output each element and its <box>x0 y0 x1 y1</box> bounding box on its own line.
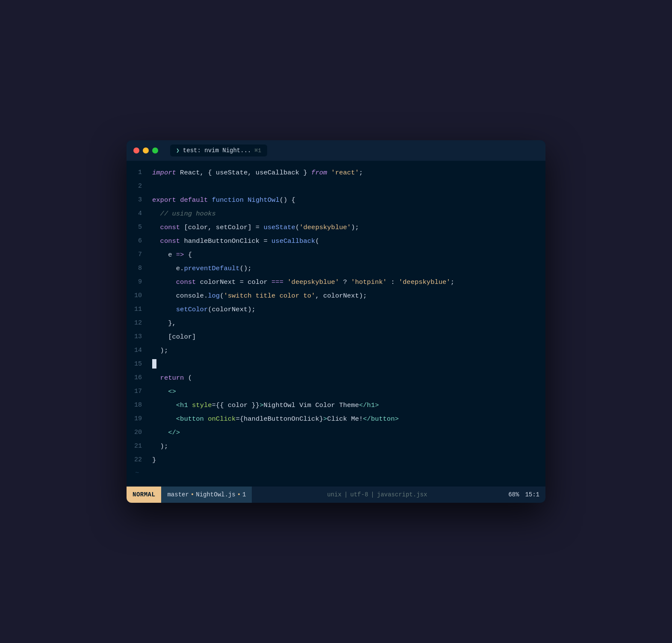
minimize-button[interactable] <box>143 147 149 153</box>
code-line-4: 4 // using hooks <box>127 207 545 221</box>
status-percent: 68% <box>508 491 519 498</box>
titlebar: ❯ test: nvim Night... ⌘1 <box>127 140 545 161</box>
line-content-19: <button onClick={handleButtonOnClick}>Cl… <box>149 412 545 426</box>
line-content-21: ); <box>149 439 545 453</box>
branch-name: master <box>167 491 189 498</box>
line-content-8: e.preventDefault(); <box>149 262 545 275</box>
code-line-14: 14 ); <box>127 344 545 357</box>
status-center: unix | utf-8 | javascript.jsx <box>252 491 502 498</box>
line-content-5: const [color, setColor] = useState('deep… <box>149 221 545 234</box>
line-number-5: 5 <box>127 221 149 234</box>
code-line-17: 17 <> <box>127 385 545 398</box>
line-content-17: <> <box>149 385 545 398</box>
status-filetype: javascript.jsx <box>377 491 427 498</box>
code-line-15: 15 <box>127 357 545 371</box>
code-line-13: 13 [color] <box>127 330 545 344</box>
line-number-2: 2 <box>127 180 149 193</box>
code-line-18: 18 <h1 style={{ color }}>NightOwl Vim Co… <box>127 398 545 412</box>
statusbar: NORMAL master • NightOwl.js • 1 unix | u… <box>127 487 545 503</box>
status-dot1: • <box>191 491 194 498</box>
line-content-11: setColor(colorNext); <box>149 303 545 316</box>
line-number-11: 11 <box>127 303 149 316</box>
terminal-icon: ❯ <box>176 147 180 154</box>
line-number-12: 12 <box>127 316 149 330</box>
line-content-13: [color] <box>149 330 545 344</box>
code-line-12: 12 }, <box>127 316 545 330</box>
code-line-2: 2 <box>127 180 545 193</box>
line-number-21: 21 <box>127 439 149 453</box>
cursor <box>152 359 156 369</box>
line-number-14: 14 <box>127 344 149 357</box>
tilde-area: ~ <box>127 467 545 481</box>
status-dot2: • <box>237 491 241 498</box>
line-number-6: 6 <box>127 234 149 248</box>
line-content-6: const handleButtonOnClick = useCallback( <box>149 234 545 248</box>
status-filename: NightOwl.js <box>196 491 235 498</box>
line-number-18: 18 <box>127 398 149 412</box>
tilde-1: ~ <box>135 467 545 480</box>
code-line-19: 19 <button onClick={handleButtonOnClick}… <box>127 412 545 426</box>
code-line-3: 3 export default function NightOwl() { <box>127 193 545 207</box>
code-line-21: 21 ); <box>127 439 545 453</box>
line-number-19: 19 <box>127 412 149 426</box>
code-line-7: 7 e => { <box>127 248 545 262</box>
status-bufnum: 1 <box>242 491 246 498</box>
line-number-4: 4 <box>127 207 149 221</box>
code-line-6: 6 const handleButtonOnClick = useCallbac… <box>127 234 545 248</box>
line-content-4: // using hooks <box>149 207 545 221</box>
line-number-20: 20 <box>127 426 149 439</box>
line-number-7: 7 <box>127 248 149 262</box>
status-right: 68% 15:1 <box>502 487 545 503</box>
line-number-1: 1 <box>127 166 149 180</box>
code-line-16: 16 return ( <box>127 371 545 385</box>
line-content-1: import React, { useState, useCallback } … <box>149 166 545 180</box>
line-number-3: 3 <box>127 193 149 207</box>
code-line-9: 9 const colorNext = color === 'deepskybl… <box>127 275 545 289</box>
status-fileformat: unix <box>327 491 342 498</box>
line-number-9: 9 <box>127 275 149 289</box>
line-number-8: 8 <box>127 262 149 275</box>
tab[interactable]: ❯ test: nvim Night... ⌘1 <box>170 145 267 156</box>
tab-title: test: nvim Night... <box>183 147 251 154</box>
line-content-9: const colorNext = color === 'deepskyblue… <box>149 275 545 289</box>
line-number-13: 13 <box>127 330 149 344</box>
line-content-15 <box>149 357 545 371</box>
status-position: 15:1 <box>525 491 539 498</box>
line-number-15: 15 <box>127 357 149 371</box>
code-line-5: 5 const [color, setColor] = useState('de… <box>127 221 545 234</box>
line-content-7: e => { <box>149 248 545 262</box>
status-encoding: utf-8 <box>350 491 368 498</box>
tab-shortcut: ⌘1 <box>254 147 261 154</box>
editor-window: ❯ test: nvim Night... ⌘1 1 import React,… <box>127 140 545 503</box>
line-content-20: </> <box>149 426 545 439</box>
code-line-11: 11 setColor(colorNext); <box>127 303 545 316</box>
code-line-20: 20 </> <box>127 426 545 439</box>
status-sep1: | <box>344 491 348 498</box>
line-number-22: 22 <box>127 453 149 467</box>
line-content-12: }, <box>149 316 545 330</box>
line-number-16: 16 <box>127 371 149 385</box>
line-content-3: export default function NightOwl() { <box>149 193 545 207</box>
code-editor[interactable]: 1 import React, { useState, useCallback … <box>127 161 545 487</box>
line-content-18: <h1 style={{ color }}>NightOwl Vim Color… <box>149 398 545 412</box>
status-mode: NORMAL <box>127 487 161 503</box>
line-content-10: console.log('switch title color to', col… <box>149 289 545 303</box>
line-content-16: return ( <box>149 371 545 385</box>
code-line-10: 10 console.log('switch title color to', … <box>127 289 545 303</box>
status-sep2: | <box>371 491 374 498</box>
maximize-button[interactable] <box>152 147 158 153</box>
code-line-8: 8 e.preventDefault(); <box>127 262 545 275</box>
code-line-22: 22 } <box>127 453 545 467</box>
line-content-14: ); <box>149 344 545 357</box>
code-line-1: 1 import React, { useState, useCallback … <box>127 166 545 180</box>
close-button[interactable] <box>133 147 139 153</box>
line-content-22: } <box>149 453 545 467</box>
status-branch: master • NightOwl.js • 1 <box>161 487 252 503</box>
line-number-10: 10 <box>127 289 149 303</box>
line-number-17: 17 <box>127 385 149 398</box>
